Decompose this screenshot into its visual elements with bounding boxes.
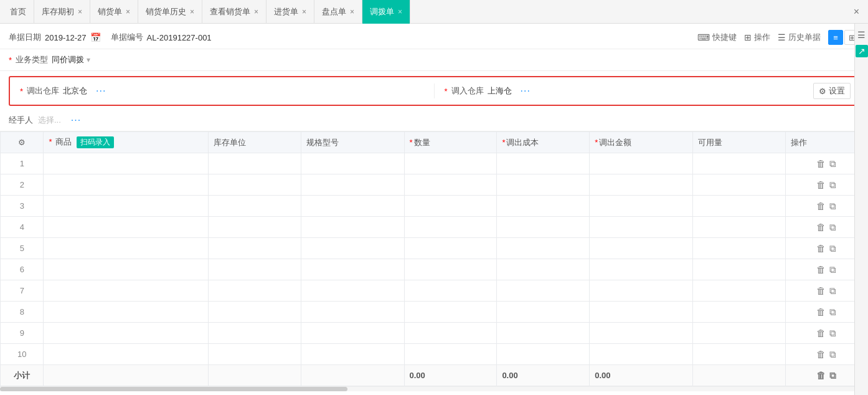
copy-icon[interactable]: ⧉ [829, 264, 836, 275]
row-product[interactable] [44, 323, 209, 344]
scroll-thumb[interactable] [0, 387, 347, 391]
warehouse-in-more-button[interactable]: ··· [521, 85, 531, 97]
row-qty[interactable] [404, 280, 497, 302]
copy-icon[interactable]: ⧉ [829, 370, 836, 381]
row-product[interactable] [44, 238, 209, 259]
calendar-icon[interactable]: 📅 [90, 32, 101, 42]
row-qty[interactable] [404, 259, 497, 280]
tab-sales-history[interactable]: 销货单历史 × [138, 0, 202, 24]
row-qty[interactable] [404, 323, 497, 344]
copy-icon[interactable]: ⧉ [829, 179, 836, 191]
delete-icon[interactable]: 🗑 [816, 158, 826, 169]
col-spec-header: 规格型号 [301, 132, 404, 153]
tab-purchase-order-close[interactable]: × [302, 7, 306, 16]
row-product[interactable] [44, 280, 209, 302]
sidebar-list-icon[interactable]: ☰ [856, 29, 868, 41]
shortcut-button[interactable]: ⌨ 快捷键 [697, 32, 737, 43]
operation-button[interactable]: ⊞ 操作 [744, 32, 770, 43]
row-amount [590, 174, 692, 196]
row-qty[interactable] [404, 153, 497, 174]
business-type-select[interactable]: 同价调拨 ▾ [52, 54, 90, 65]
data-table: ⚙ * 商品 扫码录入 库存单位 规格型号 *数量 *调出成本 *调出金额 可用… [0, 131, 868, 386]
row-product[interactable] [44, 174, 209, 196]
delete-icon[interactable]: 🗑 [816, 349, 826, 359]
delete-icon[interactable]: 🗑 [816, 222, 826, 232]
business-type-star: * [9, 55, 12, 65]
delete-icon[interactable]: 🗑 [816, 328, 826, 338]
row-qty[interactable] [404, 238, 497, 259]
row-product[interactable] [44, 302, 209, 323]
tab-inventory-count[interactable]: 盘点单 × [314, 0, 362, 24]
tab-purchase-order[interactable]: 进货单 × [267, 0, 314, 24]
col-product-label: 商品 [55, 137, 72, 146]
tab-sales-order-label: 销货单 [98, 6, 122, 17]
delete-icon[interactable]: 🗑 [816, 179, 826, 190]
tab-view-sales-close[interactable]: × [254, 7, 258, 16]
row-product[interactable] [44, 217, 209, 238]
delete-icon[interactable]: 🗑 [816, 201, 826, 211]
copy-icon[interactable]: ⧉ [829, 328, 836, 339]
settings-button[interactable]: ⚙ 设置 [813, 83, 851, 99]
business-type-label: 业务类型 [16, 54, 48, 65]
row-product[interactable] [44, 259, 209, 280]
delete-icon[interactable]: 🗑 [816, 243, 826, 254]
copy-icon[interactable]: ⧉ [829, 201, 836, 212]
subtotal-qty: 0.00 [404, 365, 497, 386]
warehouse-out-more-button[interactable]: ··· [96, 85, 106, 97]
warehouse-out-star: * [20, 87, 23, 96]
row-amount [590, 259, 692, 280]
row-amount [590, 344, 692, 365]
delete-icon[interactable]: 🗑 [816, 307, 826, 317]
tab-inventory-init[interactable]: 库存期初 × [34, 0, 90, 24]
delete-icon[interactable]: 🗑 [816, 370, 826, 381]
history-label: 历史单据 [788, 32, 821, 43]
tab-home[interactable]: 首页 [2, 0, 34, 24]
row-unit [209, 344, 301, 365]
row-spec [301, 259, 404, 280]
tab-transfer-order[interactable]: 调拨单 × [362, 0, 410, 24]
copy-icon[interactable]: ⧉ [829, 222, 836, 233]
delete-icon[interactable]: 🗑 [816, 264, 826, 275]
close-all-button[interactable]: × [847, 6, 866, 17]
row-qty[interactable] [404, 302, 497, 323]
form-header-left: 单据日期 2019-12-27 📅 单据编号 AL-20191227-001 [9, 32, 692, 43]
copy-icon[interactable]: ⧉ [829, 158, 836, 169]
row-product[interactable] [44, 196, 209, 217]
tab-inventory-count-close[interactable]: × [350, 7, 354, 16]
row-qty[interactable] [404, 217, 497, 238]
person-more-button[interactable]: ··· [71, 115, 81, 126]
warehouse-out-label: 调出仓库 [27, 85, 59, 97]
tab-sales-order-close[interactable]: × [126, 7, 130, 16]
row-qty[interactable] [404, 196, 497, 217]
shortcut-label: 快捷键 [712, 32, 737, 43]
person-label: 经手人 [9, 115, 33, 126]
row-cost [497, 174, 590, 196]
tab-sales-order[interactable]: 销货单 × [90, 0, 138, 24]
row-avail [692, 259, 785, 280]
tab-inventory-init-close[interactable]: × [78, 7, 82, 16]
copy-icon[interactable]: ⧉ [829, 285, 836, 297]
copy-icon[interactable]: ⧉ [829, 243, 836, 254]
row-cost [497, 196, 590, 217]
horizontal-scrollbar[interactable] [0, 386, 868, 391]
row-product[interactable] [44, 344, 209, 365]
subtotal-spec [301, 365, 404, 386]
col-settings-header[interactable]: ⚙ [1, 132, 44, 153]
barcode-entry-button[interactable]: 扫码录入 [77, 136, 114, 148]
copy-icon[interactable]: ⧉ [829, 349, 836, 360]
copy-icon[interactable]: ⧉ [829, 307, 836, 318]
tab-view-sales[interactable]: 查看销货单 × [202, 0, 267, 24]
row-qty[interactable] [404, 174, 497, 196]
col-cost-header: *调出成本 [497, 132, 590, 153]
tab-transfer-order-close[interactable]: × [398, 7, 402, 16]
person-select[interactable]: 选择... [38, 115, 61, 126]
warehouse-out-field: * 调出仓库 北京仓 ··· [20, 85, 424, 97]
delete-icon[interactable]: 🗑 [816, 285, 826, 296]
row-qty[interactable] [404, 344, 497, 365]
row-product[interactable] [44, 153, 209, 174]
history-button[interactable]: ☰ 历史单据 [778, 32, 821, 43]
layout-btn-list[interactable]: ≡ [828, 30, 843, 45]
row-number: 3 [1, 196, 44, 217]
tab-sales-history-close[interactable]: × [190, 7, 194, 16]
sidebar-export-icon[interactable]: ↗ [856, 45, 868, 57]
